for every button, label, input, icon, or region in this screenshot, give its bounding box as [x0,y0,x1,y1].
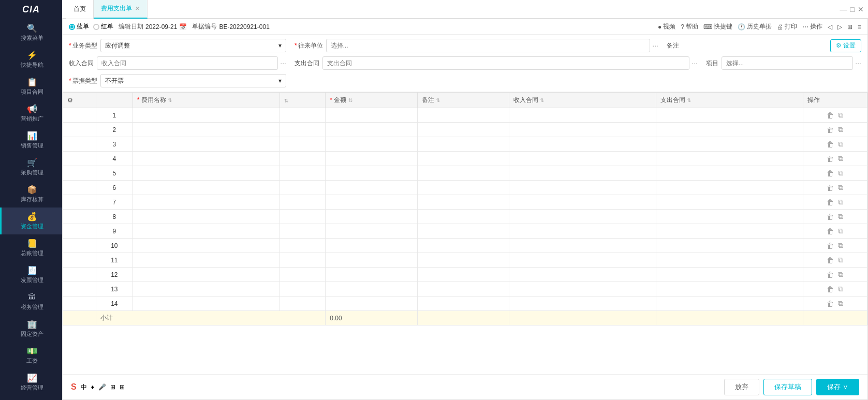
sidebar-item-ledger[interactable]: 📒 总账管理 [0,234,62,261]
td-expense-contract[interactable] [656,268,803,282]
td-amount[interactable] [326,166,417,181]
td-name[interactable] [133,253,279,268]
td-note[interactable] [417,137,509,152]
td-amount[interactable] [326,181,417,195]
grid-view-btn[interactable]: ⊞ [847,23,852,31]
td-name[interactable] [133,239,279,253]
save-draft-button[interactable]: 保存草稿 [763,379,812,395]
th-name[interactable]: * 费用名称 ⇅ [133,93,279,108]
delete-icon[interactable]: 🗑 [827,256,834,264]
td-note[interactable] [417,108,509,123]
td-expense-contract[interactable] [656,239,803,253]
delete-icon[interactable]: 🗑 [827,213,834,221]
sidebar-item-quick-nav[interactable]: ⚡ 快捷导航 [0,46,62,73]
td-note[interactable] [417,181,509,195]
sidebar-item-tax[interactable]: 🏛 税务管理 [0,288,62,315]
td-note[interactable] [417,210,509,224]
td-expense-contract[interactable] [656,195,803,210]
history-btn[interactable]: 🕐 历史单据 [738,22,772,31]
window-maximize-btn[interactable]: □ [850,5,855,13]
grid-icon2[interactable]: ⊞ [120,383,125,391]
delete-icon[interactable]: 🗑 [827,198,834,206]
td-name[interactable] [133,224,279,239]
expand-left-btn[interactable]: ◁ [828,23,832,31]
radio-blue[interactable]: 蓝单 [69,22,89,31]
print-btn[interactable]: 🖨 打印 [777,22,797,31]
td-name[interactable] [133,137,279,152]
td-income-contract[interactable] [509,253,656,268]
td-amount[interactable] [326,137,417,152]
td-expense-contract[interactable] [656,166,803,181]
td-expense-contract[interactable] [656,123,803,137]
copy-icon[interactable]: ⧉ [838,285,843,293]
th-note[interactable]: 备注 ⇅ [417,93,509,108]
td-income-contract[interactable] [509,166,656,181]
td-amount[interactable] [326,224,417,239]
td-income-contract[interactable] [509,181,656,195]
td-note[interactable] [417,166,509,181]
td-name[interactable] [133,181,279,195]
delete-icon[interactable]: 🗑 [827,140,834,149]
copy-icon[interactable]: ⧉ [838,169,843,177]
sidebar-item-invoice[interactable]: 🧾 发票管理 [0,261,62,288]
delete-icon[interactable]: 🗑 [827,184,834,192]
copy-icon[interactable]: ⧉ [838,270,843,279]
td-amount[interactable] [326,152,417,166]
sidebar-item-salary[interactable]: 💵 工资 [0,342,62,369]
td-name[interactable] [133,210,279,224]
copy-icon[interactable]: ⧉ [838,227,843,235]
list-view-btn[interactable]: ≡ [858,23,861,31]
delete-icon[interactable]: 🗑 [827,242,834,250]
td-name[interactable] [133,297,279,311]
td-expense-contract[interactable] [656,152,803,166]
td-income-contract[interactable] [509,282,656,297]
td-income-contract[interactable] [509,108,656,123]
td-income-contract[interactable] [509,123,656,137]
td-note[interactable] [417,195,509,210]
delete-icon[interactable]: 🗑 [827,111,834,120]
td-income-contract[interactable] [509,268,656,282]
diamond-icon[interactable]: ♦ [91,383,94,391]
td-note[interactable] [417,123,509,137]
tab-close-icon[interactable]: ✕ [135,5,140,12]
copy-icon[interactable]: ⧉ [838,125,843,134]
sidebar-item-project-contract[interactable]: 📋 项目合同 [0,73,62,100]
ops-btn[interactable]: ⋯ 操作 [802,22,822,31]
td-income-contract[interactable] [509,224,656,239]
mic-icon[interactable]: 🎤 [98,383,106,391]
td-name[interactable] [133,123,279,137]
td-name[interactable] [133,108,279,123]
project-dots-btn[interactable]: ··· [855,59,861,67]
th-settings[interactable]: ⚙ [63,93,96,108]
td-name[interactable] [133,195,279,210]
td-expense-contract[interactable] [656,181,803,195]
copy-icon[interactable]: ⧉ [838,140,843,149]
video-btn[interactable]: ● 视频 [658,22,675,31]
td-expense-contract[interactable] [656,108,803,123]
td-expense-contract[interactable] [656,282,803,297]
partner-input[interactable] [326,39,651,52]
td-income-contract[interactable] [509,297,656,311]
td-income-contract[interactable] [509,195,656,210]
discard-button[interactable]: 放弃 [724,379,759,395]
sidebar-item-operations[interactable]: 📈 经营管理 [0,369,62,396]
copy-icon[interactable]: ⧉ [838,241,843,250]
business-type-select[interactable]: 应付调整 ▾ [100,39,286,52]
td-amount[interactable] [326,123,417,137]
income-contract-dots-btn[interactable]: ··· [280,59,286,67]
delete-icon[interactable]: 🗑 [827,271,834,279]
copy-icon[interactable]: ⧉ [838,256,843,264]
td-note[interactable] [417,282,509,297]
td-amount[interactable] [326,239,417,253]
delete-icon[interactable]: 🗑 [827,169,834,177]
td-amount[interactable] [326,195,417,210]
sidebar-item-search[interactable]: 🔍 搜索菜单 [0,19,62,46]
delete-icon[interactable]: 🗑 [827,300,834,308]
delete-icon[interactable]: 🗑 [827,227,834,235]
td-amount[interactable] [326,282,417,297]
td-income-contract[interactable] [509,152,656,166]
sidebar-item-purchase[interactable]: 🛒 采购管理 [0,154,62,181]
window-close-btn[interactable]: ✕ [858,5,864,13]
sidebar-item-sales[interactable]: 📊 销售管理 [0,127,62,154]
td-note[interactable] [417,268,509,282]
